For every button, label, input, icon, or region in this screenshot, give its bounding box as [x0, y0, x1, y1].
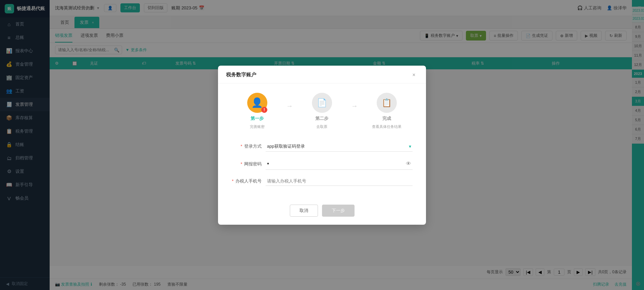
- eye-icon[interactable]: 👁: [406, 161, 411, 167]
- step2-desc: 去取票: [316, 124, 327, 129]
- step1-label: 第一步: [251, 116, 264, 122]
- step2-icon: 📄: [312, 93, 332, 113]
- step2-label: 第二步: [315, 116, 328, 122]
- step3-icon: 📋: [377, 93, 397, 113]
- modal-footer: 取消 下一步: [218, 201, 426, 225]
- modal-header: 税务数字账户 ×: [218, 66, 426, 83]
- step3-desc: 查看具体任务结果: [372, 124, 401, 129]
- login-method-row: * 登录方式 app获取验证码登录 ▾: [231, 141, 413, 152]
- step-1: 👤 第一步 完善账密: [231, 93, 283, 129]
- step-3: 📋 完成 查看具体任务结果: [361, 93, 413, 129]
- login-method-value: app获取验证码登录: [267, 143, 305, 149]
- step-arrow-2: →: [348, 102, 361, 120]
- step3-clipboard-icon: 📋: [382, 98, 392, 107]
- login-method-select[interactable]: app获取验证码登录 ▾: [266, 141, 413, 152]
- phone-input[interactable]: [267, 178, 411, 184]
- phone-row: * 办税人手机号: [231, 176, 413, 186]
- phone-label: * 办税人手机号: [231, 178, 262, 184]
- digital-account-modal: 税务数字账户 × 👤 第一步 完善账密 → 📄 第二步 去取票: [218, 66, 426, 225]
- step1-icon: 👤: [247, 93, 267, 113]
- login-method-chevron-icon: ▾: [409, 144, 411, 149]
- steps-container: 👤 第一步 完善账密 → 📄 第二步 去取票 → 📋: [218, 83, 426, 136]
- step1-person-icon: 👤: [251, 97, 263, 108]
- cancel-button[interactable]: 取消: [290, 205, 318, 217]
- step-arrow-1: →: [283, 102, 296, 120]
- step1-desc: 完善账密: [250, 124, 265, 129]
- modal-overlay: 税务数字账户 × 👤 第一步 完善账密 → 📄 第二步 去取票: [0, 0, 644, 290]
- password-field-container: 👁: [266, 158, 413, 170]
- login-method-label: * 登录方式: [231, 143, 262, 149]
- next-step-button[interactable]: 下一步: [322, 205, 355, 217]
- password-label: * 网报密码: [231, 161, 262, 167]
- modal-title: 税务数字账户: [226, 72, 256, 78]
- step2-doc-icon: 📄: [317, 98, 327, 107]
- step-2: 📄 第二步 去取票: [296, 93, 347, 129]
- modal-body: * 登录方式 app获取验证码登录 ▾ * 网报密码 👁: [218, 136, 426, 201]
- step3-label: 完成: [382, 116, 391, 122]
- phone-field-container: [266, 176, 413, 186]
- modal-close-button[interactable]: ×: [410, 71, 418, 79]
- password-input[interactable]: [267, 160, 403, 167]
- password-row: * 网报密码 👁: [231, 158, 413, 170]
